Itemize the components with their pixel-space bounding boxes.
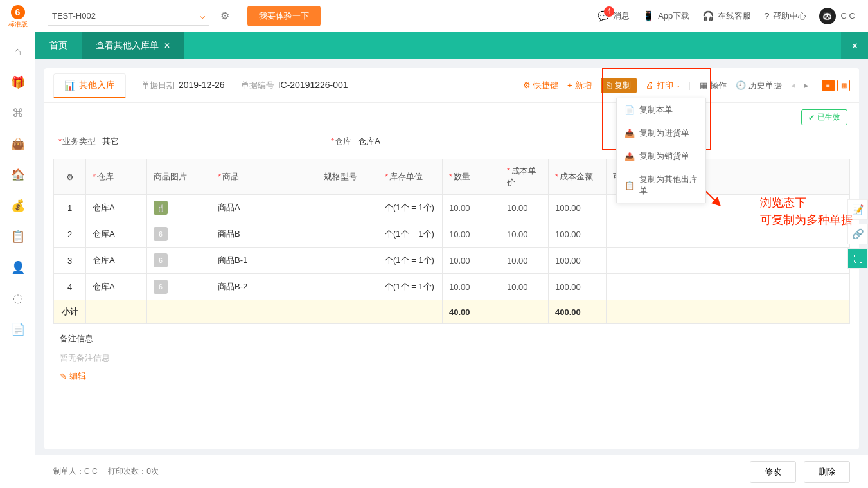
product-image-icon: 🍴 — [154, 201, 168, 215]
date-label: 单据日期 — [141, 80, 175, 90]
nav-chain-icon[interactable]: ◌ — [13, 291, 23, 305]
edit-icon: ✎ — [60, 372, 67, 381]
help-icon: ? — [764, 10, 769, 21]
support-label: 在线客服 — [718, 10, 751, 22]
nav-gift-icon[interactable]: 🎁 — [11, 75, 25, 89]
app-download-button[interactable]: 📱 App下载 — [642, 10, 689, 22]
inbound-icon: 📊 — [64, 80, 75, 91]
remark-empty: 暂无备注信息 — [60, 352, 844, 364]
app-download-label: App下载 — [658, 10, 689, 22]
history-button[interactable]: 🕘历史单据 — [736, 80, 782, 91]
new-button[interactable]: +新增 — [567, 80, 592, 91]
remark-title: 备注信息 — [60, 333, 844, 345]
nav-shop-icon[interactable]: ⌘ — [12, 106, 24, 120]
product-image-icon: 6 — [154, 227, 168, 241]
creator-value: C C — [84, 467, 98, 476]
tab-view-other-inbound[interactable]: 查看其他入库单 ✕ — [82, 32, 184, 59]
close-icon[interactable]: ✕ — [164, 41, 170, 50]
plus-icon: + — [567, 80, 572, 90]
float-note-icon[interactable]: 📝 — [847, 199, 868, 220]
doc-type-tab[interactable]: 📊 其他入库 — [53, 73, 126, 98]
subtotal-row: 小计40.00400.00 — [54, 300, 850, 324]
phone-icon: 📱 — [642, 10, 655, 22]
card-view-toggle[interactable]: ▦ — [837, 80, 850, 91]
warehouse-label: *仓库 — [331, 136, 351, 147]
logo-icon: 6 — [11, 5, 25, 19]
float-expand-icon[interactable]: ⛶ — [847, 248, 868, 269]
list-view-toggle[interactable]: ≡ — [822, 80, 835, 91]
delete-button[interactable]: 删除 — [804, 461, 850, 483]
status-badge: ✔已生效 — [801, 109, 847, 125]
edit-remark-button[interactable]: ✎编辑 — [60, 370, 844, 382]
print-button[interactable]: 🖨打印⌵ — [646, 80, 680, 91]
org-name: TEST-H002 — [52, 11, 96, 21]
dd-copy-current[interactable]: 📄复制本单 — [617, 98, 705, 122]
trial-button[interactable]: 我要体验一下 — [247, 6, 321, 26]
check-icon: ✔ — [808, 113, 815, 122]
table-row[interactable]: 3 仓库A 6 商品B-1 个(1个 = 1个) 10.00 10.00 100… — [54, 248, 850, 274]
product-image-icon: 6 — [154, 253, 168, 267]
logo[interactable]: 6 标准版 — [0, 3, 35, 29]
float-link-icon[interactable]: 🔗 — [847, 224, 868, 244]
grid-icon: ▦ — [700, 80, 707, 90]
items-table: ⚙ *仓库 商品图片 *商品 规格型号 *库存单位 *数量 *成本单价 *成本金… — [53, 159, 850, 324]
date-value: 2019-12-26 — [179, 80, 225, 90]
headset-icon: 🎧 — [702, 10, 714, 22]
purchase-icon: 📥 — [624, 129, 635, 138]
dd-copy-sales[interactable]: 📤复制为销货单 — [617, 145, 705, 168]
gear-icon[interactable]: ⚙ — [220, 10, 229, 22]
next-icon[interactable]: ▸ — [804, 80, 809, 90]
sales-icon: 📤 — [624, 152, 635, 161]
chevron-down-icon: ⌵ — [676, 82, 680, 89]
doc-type-label: 其他入库 — [79, 80, 115, 91]
nav-house-icon[interactable]: 🏠 — [11, 168, 25, 182]
table-row[interactable]: 1 仓库A 🍴 商品A 个(1个 = 1个) 10.00 10.00 100.0… — [54, 195, 850, 221]
table-row[interactable]: 2 仓库A 6 商品B 个(1个 = 1个) 10.00 10.00 100.0… — [54, 221, 850, 248]
biztype-value: 其它 — [102, 136, 119, 147]
prev-icon[interactable]: ◂ — [791, 80, 795, 90]
messages-label: 消息 — [613, 10, 630, 22]
tab-home[interactable]: 首页 — [35, 32, 82, 59]
org-selector[interactable]: TEST-H002 ⌵ — [48, 6, 209, 26]
copy-icon: ⎘ — [607, 80, 612, 90]
copy-button[interactable]: ⎘复制 — [601, 78, 637, 93]
biztype-label: *业务类型 — [58, 136, 96, 147]
nav-clipboard-icon[interactable]: 📋 — [11, 230, 25, 244]
user-name: C C — [841, 11, 855, 21]
copy-dropdown: 📄复制本单 📥复制为进货单 📤复制为销货单 📋复制为其他出库单 — [616, 98, 706, 203]
logo-text: 标准版 — [8, 20, 28, 29]
nav-money-icon[interactable]: 💰 — [11, 199, 25, 213]
code-value: IC-20191226-001 — [278, 80, 348, 90]
chevron-down-icon: ⌵ — [200, 10, 205, 21]
creator-label: 制单人： — [53, 467, 84, 476]
help-label: 帮助中心 — [773, 10, 806, 22]
nav-home-icon[interactable]: ⌂ — [14, 45, 21, 59]
nav-user-icon[interactable]: 👤 — [11, 260, 25, 275]
dd-copy-outbound[interactable]: 📋复制为其他出库单 — [617, 168, 705, 203]
gear-small-icon: ⚙ — [523, 80, 531, 90]
table-row[interactable]: 4 仓库A 6 商品B-2 个(1个 = 1个) 10.00 10.00 100… — [54, 274, 850, 300]
message-badge: 4 — [604, 6, 614, 17]
tab-label: 查看其他入库单 — [96, 40, 159, 51]
avatar[interactable]: 🐼 — [819, 8, 836, 24]
outbound-icon: 📋 — [624, 181, 635, 190]
tabs-close-all[interactable]: ✕ — [841, 32, 868, 59]
col-settings[interactable]: ⚙ — [54, 159, 86, 195]
warehouse-value: 仓库A — [358, 136, 380, 147]
dd-copy-purchase[interactable]: 📥复制为进货单 — [617, 122, 705, 145]
modify-button[interactable]: 修改 — [750, 461, 796, 483]
product-image-icon: 6 — [154, 280, 168, 294]
print-icon: 🖨 — [646, 80, 654, 90]
nav-new-icon[interactable]: 📄 — [11, 322, 25, 336]
support-button[interactable]: 🎧 在线客服 — [702, 10, 751, 22]
help-button[interactable]: ? 帮助中心 — [764, 10, 806, 22]
copy-doc-icon: 📄 — [624, 105, 635, 115]
code-label: 单据编号 — [241, 80, 274, 90]
shortcut-button[interactable]: ⚙快捷键 — [523, 80, 558, 91]
operations-button[interactable]: ▦操作 — [700, 80, 727, 91]
messages-button[interactable]: 💬 消息 4 — [598, 10, 630, 22]
print-count-value: 0次 — [146, 467, 159, 476]
print-count-label: 打印次数： — [108, 467, 146, 476]
nav-bag-icon[interactable]: 👜 — [11, 137, 25, 151]
history-icon: 🕘 — [736, 80, 746, 90]
